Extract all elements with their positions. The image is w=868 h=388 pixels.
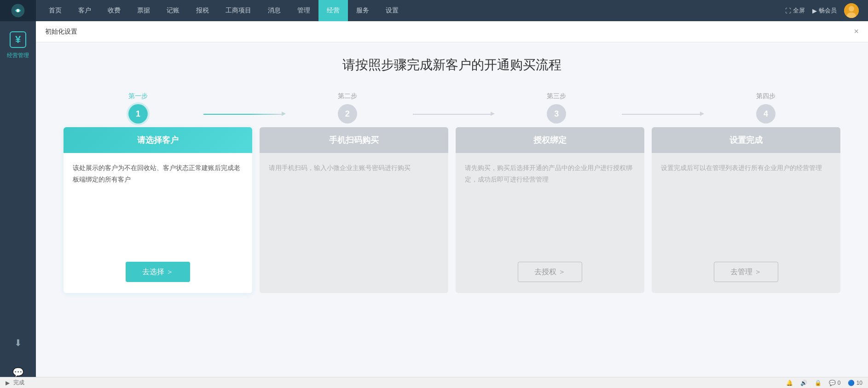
- step-card-1: 请选择客户 该处展示的客户为不在回收站、客户状态正常建账后完成老板端绑定的所有客…: [64, 127, 252, 293]
- app-logo: [0, 0, 36, 21]
- shield-icon: 🔔: [786, 380, 793, 386]
- step-header-1: 第一步 1: [73, 92, 203, 123]
- card-footer-1: 去选择 ＞: [64, 254, 252, 293]
- steps-header: 第一步 1 第二步 2 第三步 3: [64, 92, 840, 123]
- nav-home[interactable]: 首页: [41, 0, 70, 21]
- main-content: 初始化设置 × 请按照步骤完成新客户的开通购买流程 第一步 1 第二步 2: [36, 21, 868, 377]
- user-avatar[interactable]: [844, 3, 859, 18]
- nav-customer[interactable]: 客户: [70, 0, 99, 21]
- chat-icon: 💬 0: [829, 380, 840, 386]
- step-label-4: 第四步: [756, 92, 775, 100]
- close-button[interactable]: ×: [854, 27, 859, 36]
- step-circle-3: 3: [547, 104, 566, 123]
- step-card-4: 设置完成 设置完成后可以在管理列表进行所有企业用户的经营管理 去管理 ＞: [652, 127, 840, 293]
- play-icon: ▶: [6, 380, 10, 386]
- nav-business[interactable]: 工商项目: [217, 0, 260, 21]
- card-body-3: 请先购买，购买后选择开通的产品中的企业用户进行授权绑定，成功后即可进行经营管理: [456, 153, 644, 254]
- arrow-3-4: [622, 114, 700, 115]
- step-circle-2: 2: [338, 104, 357, 123]
- fullscreen-btn[interactable]: ⛶ 全屏: [785, 6, 805, 15]
- sidebar-item-operation[interactable]: ¥ 经营管理: [0, 26, 36, 65]
- card-title-3: 授权绑定: [456, 127, 644, 153]
- content-area: 请按照步骤完成新客户的开通购买流程 第一步 1 第二步 2: [36, 42, 868, 307]
- card-body-2: 请用手机扫码，输入小微企业主账号密码进行购买: [260, 153, 448, 275]
- nav-settings[interactable]: 设置: [377, 0, 407, 21]
- card-body-1: 该处展示的客户为不在回收站、客户状态正常建账后完成老板端绑定的所有客户: [64, 153, 252, 254]
- vip-icon: ▶: [812, 7, 817, 14]
- status-bar: ▶ 完成 🔔 🔊 🔒 💬 0 🔵 10: [0, 377, 868, 388]
- svg-point-1: [17, 9, 19, 12]
- svg-point-3: [849, 6, 854, 12]
- arrow-2-3: [413, 114, 491, 115]
- card-title-2: 手机扫码购买: [260, 127, 448, 153]
- step-circle-1: 1: [128, 104, 148, 123]
- card-body-4: 设置完成后可以在管理列表进行所有企业用户的经营管理: [652, 153, 840, 254]
- step-label-2: 第二步: [338, 92, 357, 100]
- sidebar-download[interactable]: ⬇: [0, 329, 36, 359]
- nav-bill[interactable]: 票据: [129, 0, 158, 21]
- lock-icon: 🔒: [815, 380, 822, 386]
- nav-service[interactable]: 服务: [348, 0, 377, 21]
- clock-icon: 🔵 10: [848, 380, 862, 386]
- step1-action-button[interactable]: 去选择 ＞: [126, 262, 190, 282]
- card-footer-2: [260, 275, 448, 293]
- download-icon: ⬇: [10, 335, 26, 351]
- card-footer-3: 去授权 ＞: [456, 254, 644, 293]
- nav-message[interactable]: 消息: [260, 0, 289, 21]
- card-title-1: 请选择客户: [64, 127, 252, 153]
- nav-items: 首页 客户 收费 票据 记账 报税 工商项目 消息 管理 经营 服务 设置: [36, 0, 785, 21]
- step-card-3: 授权绑定 请先购买，购买后选择开通的产品中的企业用户进行授权绑定，成功后即可进行…: [456, 127, 644, 293]
- status-bar-right: 🔔 🔊 🔒 💬 0 🔵 10: [786, 380, 862, 386]
- fullscreen-icon: ⛶: [785, 7, 791, 14]
- main-heading: 请按照步骤完成新客户的开通购买流程: [64, 56, 840, 74]
- nav-manage[interactable]: 管理: [289, 0, 318, 21]
- page-header: 初始化设置 ×: [36, 21, 868, 42]
- arrow-1-2: [203, 114, 282, 115]
- step-label-1: 第一步: [128, 92, 148, 100]
- step-header-2: 第二步 2: [282, 92, 413, 123]
- status-text: 完成: [13, 379, 24, 387]
- step-card-2: 手机扫码购买 请用手机扫码，输入小微企业主账号密码进行购买: [260, 127, 448, 293]
- nav-accounting[interactable]: 记账: [158, 0, 188, 21]
- sidebar: ¥ 经营管理 ⬇ 💬: [0, 21, 36, 388]
- nav-tax[interactable]: 报税: [188, 0, 217, 21]
- card-title-4: 设置完成: [652, 127, 840, 153]
- operation-icon: ¥: [10, 31, 26, 48]
- step-cards: 请选择客户 该处展示的客户为不在回收站、客户状态正常建账后完成老板端绑定的所有客…: [64, 127, 840, 293]
- top-navigation: 首页 客户 收费 票据 记账 报税 工商项目 消息 管理 经营 服务 设置 ⛶ …: [0, 0, 868, 21]
- volume-icon: 🔊: [800, 380, 807, 386]
- page-title: 初始化设置: [45, 28, 77, 36]
- nav-operation[interactable]: 经营: [318, 0, 348, 21]
- step4-action-button[interactable]: 去管理 ＞: [714, 262, 778, 282]
- step-header-4: 第四步 4: [700, 92, 831, 123]
- card-footer-4: 去管理 ＞: [652, 254, 840, 293]
- step-circle-4: 4: [756, 104, 775, 123]
- nav-right: ⛶ 全屏 ▶ 畅会员: [785, 3, 859, 18]
- step-header-3: 第三步 3: [491, 92, 622, 123]
- vip-btn[interactable]: ▶ 畅会员: [812, 6, 837, 15]
- step3-action-button[interactable]: 去授权 ＞: [518, 262, 582, 282]
- step-label-3: 第三步: [547, 92, 566, 100]
- nav-fee[interactable]: 收费: [99, 0, 129, 21]
